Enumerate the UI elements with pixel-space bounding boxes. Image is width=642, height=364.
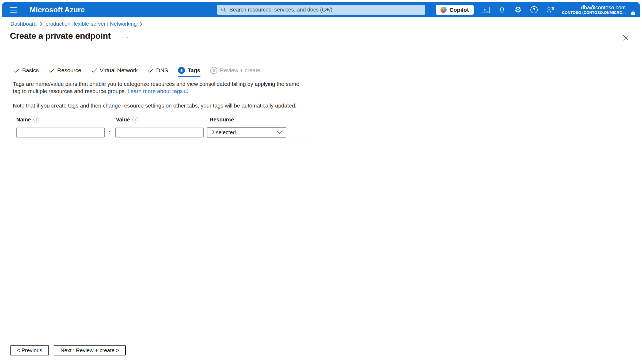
breadcrumb-server-networking[interactable]: production-flexible-server | Networking xyxy=(45,21,137,27)
tags-description: Tags are name/value pairs that enable yo… xyxy=(13,80,305,95)
check-icon xyxy=(49,68,55,73)
learn-more-link[interactable]: Learn more about tags xyxy=(127,88,188,94)
tag-value-input[interactable] xyxy=(115,128,204,137)
azure-portal-window: Microsoft Azure Copilot >_ ⚙ xyxy=(2,2,640,364)
check-icon xyxy=(14,68,20,73)
tab-label: Virtual Network xyxy=(100,67,138,74)
help-icon: ? xyxy=(530,6,538,13)
global-search-box[interactable] xyxy=(217,5,425,15)
check-icon xyxy=(91,68,97,73)
breadcrumb-dashboard[interactable]: Dashboard xyxy=(10,21,37,27)
cloud-shell-button[interactable]: >_ xyxy=(478,2,494,17)
wizard-tabs: Basics Resource Virtual Network DNS 5 Ta… xyxy=(14,66,260,77)
value-column-header: Value i xyxy=(116,117,138,123)
chevron-right-icon xyxy=(40,22,42,26)
tab-tags[interactable]: 5 Tags xyxy=(178,66,200,77)
settings-button[interactable]: ⚙ xyxy=(510,2,526,17)
tab-label: Tags xyxy=(188,67,200,74)
resource-dropdown-value: 2 selected xyxy=(211,129,236,136)
step-number-badge: 5 xyxy=(178,67,185,74)
copilot-button[interactable]: Copilot xyxy=(436,5,473,15)
tab-label: Basics xyxy=(22,67,39,74)
close-button[interactable] xyxy=(622,34,630,42)
search-input[interactable] xyxy=(229,7,421,13)
search-icon xyxy=(221,7,226,13)
tags-note: Note that if you create tags and then ch… xyxy=(13,102,305,109)
account-info[interactable]: dba@contoso.com CONTOSO (CONTOSO.ONMICRO… xyxy=(562,5,626,15)
tab-label: Review + create xyxy=(220,67,260,74)
app-title[interactable]: Microsoft Azure xyxy=(30,6,85,14)
account-email: dba@contoso.com xyxy=(562,5,626,10)
account-tenant: CONTOSO (CONTOSO.ONMICRO... xyxy=(562,10,626,15)
step-number-badge: 6 xyxy=(210,67,217,74)
feedback-button[interactable] xyxy=(542,2,558,17)
top-navigation-bar: Microsoft Azure Copilot >_ ⚙ xyxy=(2,2,640,17)
tag-name-input[interactable] xyxy=(16,128,105,137)
check-icon xyxy=(148,68,154,73)
name-column-header: Name i xyxy=(16,117,39,123)
help-button[interactable]: ? xyxy=(526,2,542,17)
table-divider xyxy=(13,140,309,140)
resource-dropdown[interactable]: 2 selected xyxy=(207,127,286,138)
hamburger-menu-button[interactable] xyxy=(10,7,18,13)
external-link-icon xyxy=(184,89,188,94)
lock-icon xyxy=(631,5,635,15)
gear-icon: ⚙ xyxy=(514,6,522,14)
previous-button[interactable]: < Previous xyxy=(10,345,49,355)
table-divider xyxy=(13,126,309,126)
page-title: Create a private endpoint xyxy=(10,31,111,41)
info-icon[interactable]: i xyxy=(132,117,138,122)
chevron-right-icon xyxy=(140,22,142,26)
tab-review-create[interactable]: 6 Review + create xyxy=(210,66,260,75)
notifications-button[interactable] xyxy=(494,2,510,17)
tab-basics[interactable]: Basics xyxy=(14,66,39,75)
next-review-create-button[interactable]: Next : Review + create > xyxy=(54,345,126,355)
tab-label: DNS xyxy=(156,67,168,74)
info-icon[interactable]: i xyxy=(33,117,39,122)
tab-virtual-network[interactable]: Virtual Network xyxy=(91,66,138,75)
feedback-icon xyxy=(546,6,554,13)
hamburger-icon xyxy=(10,7,17,8)
tab-dns[interactable]: DNS xyxy=(148,66,168,75)
resource-column-header: Resource xyxy=(210,117,234,123)
bell-icon xyxy=(499,6,506,13)
more-options-button[interactable]: ... xyxy=(122,35,129,37)
breadcrumb: Dashboard production-flexible-server | N… xyxy=(10,21,146,27)
topbar-actions: Copilot >_ ⚙ ? xyxy=(436,2,637,17)
chevron-down-icon xyxy=(277,131,282,134)
copilot-icon xyxy=(440,7,447,13)
tab-resource[interactable]: Resource xyxy=(49,66,81,75)
name-value-separator: : xyxy=(109,129,110,136)
copilot-label: Copilot xyxy=(449,7,469,13)
close-icon xyxy=(623,35,629,41)
tab-label: Resource xyxy=(57,67,81,74)
cloud-shell-icon: >_ xyxy=(482,7,490,13)
wizard-footer: < Previous Next : Review + create > xyxy=(10,345,126,355)
